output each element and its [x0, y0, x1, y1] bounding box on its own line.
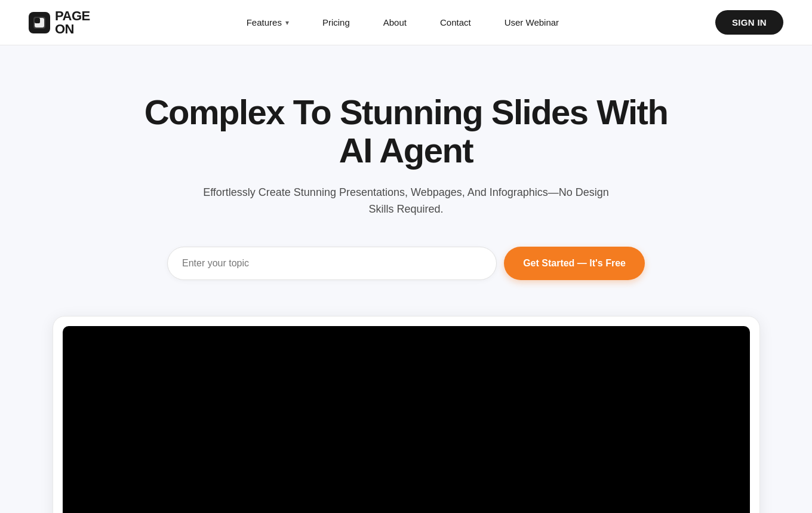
nav-link-user-webinar[interactable]: User Webinar — [488, 13, 576, 32]
hero-title: Complex To Stunning Slides With AI Agent — [137, 93, 675, 170]
nav-link-contact[interactable]: Contact — [423, 13, 488, 32]
navbar: PAGEON Features ▾ Pricing About Contact — [0, 0, 812, 45]
nav-item-pricing: Pricing — [306, 13, 367, 32]
nav-link-pricing[interactable]: Pricing — [306, 13, 367, 32]
hero-subtitle: Effortlessly Create Stunning Presentatio… — [203, 184, 609, 219]
video-container — [53, 316, 760, 513]
nav-item-user-webinar: User Webinar — [488, 13, 576, 32]
logo-icon — [29, 12, 50, 33]
svg-rect-2 — [35, 18, 40, 23]
logo-link[interactable]: PAGEON — [29, 10, 90, 36]
logo-text: PAGEON — [55, 10, 90, 36]
topic-input[interactable] — [167, 247, 497, 280]
nav-item-about: About — [367, 13, 423, 32]
nav-item-features: Features ▾ — [230, 13, 306, 32]
hero-section: Complex To Stunning Slides With AI Agent… — [0, 45, 812, 316]
cta-container: Get Started — It's Free — [167, 247, 645, 280]
nav-links: Features ▾ Pricing About Contact User We… — [230, 13, 576, 32]
video-section — [0, 316, 812, 513]
chevron-down-icon: ▾ — [285, 19, 289, 27]
video-frame — [63, 326, 750, 513]
nav-item-contact: Contact — [423, 13, 488, 32]
get-started-button[interactable]: Get Started — It's Free — [504, 247, 645, 280]
nav-link-about[interactable]: About — [367, 13, 423, 32]
nav-link-features[interactable]: Features ▾ — [230, 13, 306, 32]
sign-in-button[interactable]: SIGN IN — [715, 10, 783, 35]
